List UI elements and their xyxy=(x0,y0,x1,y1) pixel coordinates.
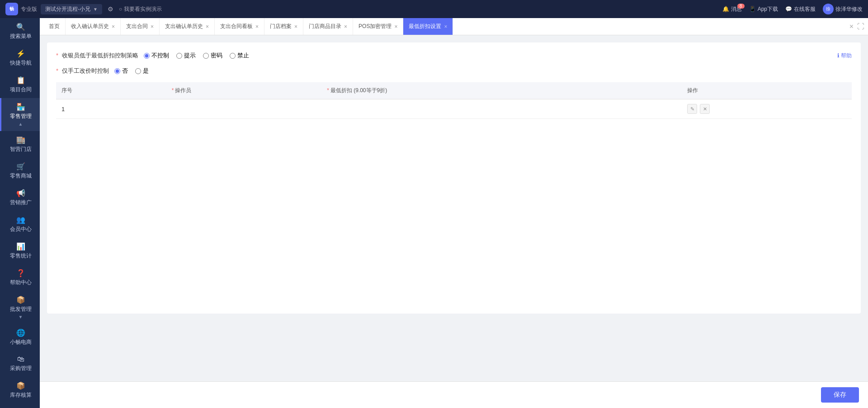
close-store-products-icon[interactable]: × xyxy=(344,23,347,30)
sidebar-label-search: 搜索菜单 xyxy=(10,33,32,40)
tab-income-confirm-label: 收入确认单历史 xyxy=(71,23,109,30)
content-card: * 收银员低于最低折扣控制策略 不控制 提示 xyxy=(47,42,861,314)
demo-label: 我要看实例演示 xyxy=(124,5,162,13)
sidebar-item-finance[interactable]: 💰 资金管理 xyxy=(0,403,40,408)
tab-payment-board-label: 支出合同看板 xyxy=(220,23,253,30)
policy-forbidden-label: 禁止 xyxy=(237,52,249,60)
table-row: 1 ✎ ✕ xyxy=(56,99,852,119)
sidebar-item-help[interactable]: ❓ 帮助中心 xyxy=(0,264,40,291)
breadcrumb[interactable]: 测试分开流程-小兄 ▼ xyxy=(41,4,102,14)
close-payment-board-icon[interactable]: × xyxy=(255,23,259,30)
close-store-file-icon[interactable]: × xyxy=(294,23,297,30)
manual-price-no[interactable]: 否 xyxy=(114,67,128,75)
edit-row-button[interactable]: ✎ xyxy=(687,104,697,114)
sidebar-item-smart-store[interactable]: 🏬 智营门店 xyxy=(0,131,40,158)
tab-home[interactable]: 首页 xyxy=(43,18,66,35)
demo-icon: ○ xyxy=(119,6,122,12)
th-min-discount-required: * xyxy=(327,87,329,94)
sidebar-item-retail-mall[interactable]: 🛒 零售商城 xyxy=(0,158,40,184)
table-header: 序号 *操作员 *最低折扣 (9.00等于9折) 操作 xyxy=(56,82,852,99)
tab-store-file-label: 门店档案 xyxy=(270,23,292,30)
policy-hint[interactable]: 提示 xyxy=(176,52,196,60)
app-edition: 专业版 xyxy=(21,5,37,13)
save-button[interactable]: 保存 xyxy=(821,387,859,403)
tab-payment-confirm[interactable]: 支出确认单历史 × xyxy=(160,18,215,35)
close-pos-password-icon[interactable]: × xyxy=(394,23,397,30)
required-mark: * xyxy=(56,52,58,59)
sidebar-label-retail: 零售管理 xyxy=(10,113,32,120)
close-min-discount-icon[interactable]: × xyxy=(444,23,447,30)
demo-link[interactable]: ○ 我要看实例演示 xyxy=(119,5,162,13)
close-all-tabs-icon[interactable]: × xyxy=(849,23,854,31)
page-footer: 保存 xyxy=(40,381,868,408)
manual-price-yes-radio[interactable] xyxy=(135,68,141,74)
tab-bar: 首页 收入确认单历史 × 支出合同 × 支出确认单历史 × 支出合同看板 × 门… xyxy=(40,18,868,35)
close-payment-confirm-icon[interactable]: × xyxy=(206,23,209,30)
sidebar-label-project: 项目合同 xyxy=(10,86,32,94)
tab-pos-password[interactable]: POS加密管理 × xyxy=(353,18,403,35)
row-action-buttons: ✎ ✕ xyxy=(687,104,846,114)
sidebar-label-retail-stat: 零售统计 xyxy=(10,252,32,260)
discount-table: 序号 *操作员 *最低折扣 (9.00等于9折) 操作 1 xyxy=(56,82,852,119)
manual-price-no-radio[interactable] xyxy=(114,68,120,74)
sidebar-item-ecommerce[interactable]: 🌐 小畅电商 xyxy=(0,324,40,351)
sidebar-item-purchase[interactable]: 🛍 采购管理 xyxy=(0,351,40,377)
tab-home-label: 首页 xyxy=(49,23,60,30)
manual-price-label: * 仅手工改价时控制 xyxy=(56,67,109,75)
main-layout: 🔍 搜索菜单 ⚡ 快捷导航 📋 项目合同 🏪 零售管理 ▲ 🏬 智营门店 🛒 零… xyxy=(0,18,868,408)
th-actions: 操作 xyxy=(682,82,852,99)
sidebar-item-search[interactable]: 🔍 搜索菜单 xyxy=(0,18,40,45)
help-link[interactable]: ℹ 帮助 xyxy=(837,52,852,60)
tab-payment-confirm-label: 支出确认单历史 xyxy=(165,23,203,30)
cell-operator xyxy=(166,99,322,119)
top-bar: 畅 专业版 测试分开流程-小兄 ▼ ⚙ ○ 我要看实例演示 🔔 消息 8 📱 A… xyxy=(0,0,868,18)
customer-service-button[interactable]: 💬 在线客服 xyxy=(785,5,816,13)
sidebar-item-member[interactable]: 👥 会员中心 xyxy=(0,211,40,238)
sidebar-label-wholesale: 批发管理 xyxy=(10,305,32,313)
sidebar-item-inventory[interactable]: 📦 库存核算 xyxy=(0,377,40,403)
maximize-icon[interactable]: ⛶ xyxy=(857,23,864,31)
logo-icon: 畅 xyxy=(5,3,18,15)
policy-password-radio[interactable] xyxy=(203,53,209,59)
policy-forbidden-radio[interactable] xyxy=(230,53,236,59)
tab-store-products[interactable]: 门店商品目录 × xyxy=(303,18,353,35)
sidebar-item-retail[interactable]: 🏪 零售管理 ▲ xyxy=(0,98,40,131)
sidebar-item-wholesale[interactable]: 📦 批发管理 ▼ xyxy=(0,291,40,324)
tab-min-discount[interactable]: 最低折扣设置 × xyxy=(403,18,453,35)
close-income-confirm-icon[interactable]: × xyxy=(112,23,115,30)
tab-payment-contract[interactable]: 支出合同 × xyxy=(121,18,160,35)
tab-income-confirm[interactable]: 收入确认单历史 × xyxy=(66,18,121,35)
user-menu-button[interactable]: 徐 徐泽华修改 xyxy=(823,4,863,14)
policy-forbidden[interactable]: 禁止 xyxy=(230,52,249,60)
delete-row-button[interactable]: ✕ xyxy=(700,104,710,114)
policy-no-control[interactable]: 不控制 xyxy=(144,52,169,60)
sidebar: 🔍 搜索菜单 ⚡ 快捷导航 📋 项目合同 🏪 零售管理 ▲ 🏬 智营门店 🛒 零… xyxy=(0,18,40,408)
policy-password[interactable]: 密码 xyxy=(203,52,222,60)
close-payment-contract-icon[interactable]: × xyxy=(151,23,154,30)
sidebar-item-retail-stat[interactable]: 📊 零售统计 xyxy=(0,238,40,264)
cell-seq: 1 xyxy=(56,99,166,119)
policy-no-control-radio[interactable] xyxy=(144,53,150,59)
table-header-row: 序号 *操作员 *最低折扣 (9.00等于9折) 操作 xyxy=(56,82,852,99)
policy-hint-radio[interactable] xyxy=(176,53,182,59)
manual-price-yes[interactable]: 是 xyxy=(135,67,149,75)
clipboard-icon: 📋 xyxy=(16,76,25,84)
sidebar-item-shortcut[interactable]: ⚡ 快捷导航 xyxy=(0,45,40,71)
policy-no-control-label: 不控制 xyxy=(151,52,169,60)
sidebar-item-marketing[interactable]: 📢 营销推广 xyxy=(0,184,40,211)
th-operator: *操作员 xyxy=(166,82,322,99)
th-operator-required: * xyxy=(172,87,174,94)
breadcrumb-text: 测试分开流程-小兄 xyxy=(45,5,90,13)
cart-icon: 🛒 xyxy=(16,162,25,171)
notifications-button[interactable]: 🔔 消息 8 xyxy=(722,5,742,13)
inventory-icon: 📦 xyxy=(16,381,25,390)
sidebar-item-project[interactable]: 📋 项目合同 xyxy=(0,71,40,98)
lightning-icon: ⚡ xyxy=(16,49,25,58)
settings-icon[interactable]: ⚙ xyxy=(106,5,115,13)
app-download-button[interactable]: 📱 App下载 xyxy=(749,5,778,13)
policy-hint-label: 提示 xyxy=(184,52,196,60)
tab-payment-board[interactable]: 支出合同看板 × xyxy=(215,18,264,35)
tab-content-area: 首页 收入确认单历史 × 支出合同 × 支出确认单历史 × 支出合同看板 × 门… xyxy=(40,18,868,408)
tab-store-file[interactable]: 门店档案 × xyxy=(264,18,303,35)
table-body: 1 ✎ ✕ xyxy=(56,99,852,119)
